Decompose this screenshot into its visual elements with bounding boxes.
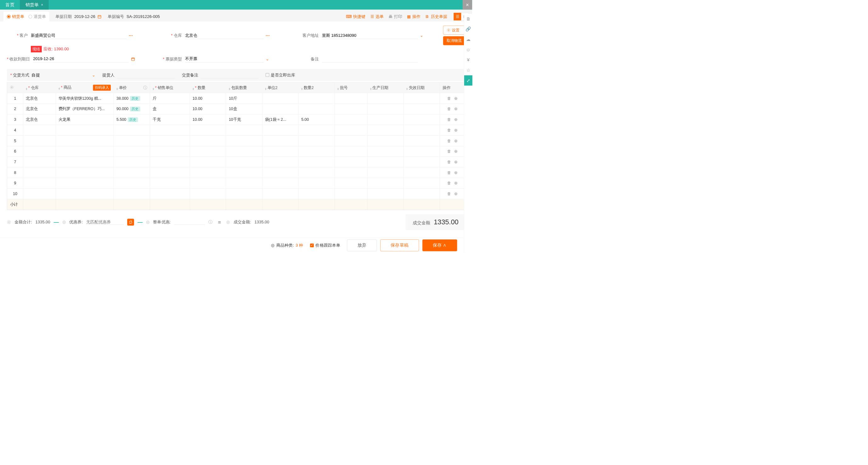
add-icon[interactable]: ⊕	[454, 128, 457, 132]
remark-input[interactable]	[322, 55, 418, 62]
track-price-checkbox[interactable]	[310, 244, 314, 247]
col-warehouse[interactable]: ▴▾*仓库	[23, 83, 56, 93]
radio-sale[interactable]: 销货单	[7, 14, 24, 19]
table-row[interactable]: 9 🗑⊕	[7, 178, 465, 188]
cancel-logistics-button[interactable]: 取消物流	[443, 36, 465, 45]
rail-price-icon[interactable]: ¥	[464, 55, 472, 65]
ship-now-checkbox[interactable]	[266, 73, 270, 77]
view-list-button[interactable]: ☰	[454, 13, 461, 21]
rail-expand-icon[interactable]: ⤢	[464, 75, 472, 86]
operate-button[interactable]: ▦操作	[407, 14, 421, 19]
save-button[interactable]: 保存 ∧	[422, 240, 457, 251]
rail-star-icon[interactable]: ☆	[464, 65, 472, 75]
coupon-input[interactable]	[86, 220, 124, 225]
chevron-down-icon[interactable]: ⌄	[266, 57, 269, 61]
rail-link-icon[interactable]: 🔗	[464, 24, 472, 34]
print-button[interactable]: 🖶打印	[389, 14, 402, 19]
col-price[interactable]: ▴▾单价ⓘ	[114, 83, 150, 93]
addr-input[interactable]	[322, 32, 418, 39]
delete-icon[interactable]: 🗑	[447, 96, 451, 101]
add-icon[interactable]: ⊕	[454, 149, 457, 154]
delivery-remark-input[interactable]	[200, 71, 259, 78]
col-qty2[interactable]: ▴▾数量2	[298, 83, 335, 93]
refresh-button[interactable]	[127, 219, 134, 225]
table-row[interactable]: 7 🗑⊕	[7, 157, 465, 167]
calendar-icon[interactable]	[131, 57, 135, 61]
col-actions: 操作	[440, 83, 465, 93]
table-row[interactable]: 2 北京仓费列罗（FERRERO）巧... 90.000历史 盒10.0010盒…	[7, 103, 465, 114]
chevron-down-icon[interactable]: ⌄	[92, 72, 95, 77]
pickup-input[interactable]	[117, 71, 175, 78]
doc-icon: 🗎	[425, 14, 429, 19]
rail-notes-icon[interactable]: 🗎	[464, 14, 472, 24]
table-row[interactable]: 10 🗑⊕	[7, 188, 465, 199]
add-icon[interactable]: ⊕	[454, 107, 457, 112]
add-icon[interactable]: ⊕	[454, 138, 457, 143]
chevron-down-icon[interactable]: ⌄	[420, 33, 423, 38]
yen-icon: ㊎	[7, 219, 11, 225]
col-qty[interactable]: ▴▾*数量	[190, 83, 226, 93]
delivery-method-input[interactable]	[31, 71, 90, 78]
close-icon[interactable]: ×	[41, 3, 43, 7]
delete-icon[interactable]: 🗑	[447, 160, 451, 164]
window-close-button[interactable]: ×	[463, 0, 472, 9]
delete-icon[interactable]: 🗑	[447, 138, 451, 143]
col-batch[interactable]: ▴▾批号	[335, 83, 367, 93]
order-discount-input[interactable]	[174, 220, 205, 225]
tab-home[interactable]: 首页	[0, 0, 20, 9]
add-icon[interactable]: ⊕	[454, 160, 457, 164]
table-row[interactable]: 8 🗑⊕	[7, 167, 465, 178]
rail-cloud-icon[interactable]: ☁	[464, 34, 472, 45]
settings-button[interactable]: 设置	[443, 26, 465, 35]
table-row[interactable]: 6 🗑⊕	[7, 146, 465, 157]
delete-icon[interactable]: 🗑	[447, 181, 451, 186]
help-icon[interactable]: ⓘ	[208, 219, 212, 225]
history-badge[interactable]: 历史	[128, 117, 138, 122]
col-settings[interactable]	[7, 83, 23, 93]
help-icon[interactable]: ⓘ	[143, 85, 147, 90]
remark-label: 备注	[298, 56, 322, 62]
radio-return[interactable]: 退货单	[28, 14, 45, 19]
due-date-input[interactable]	[33, 55, 129, 62]
col-pack[interactable]: ▴▾包装数量	[226, 83, 262, 93]
rail-user-icon[interactable]: ☺	[464, 44, 472, 55]
scan-button[interactable]: 扫码录入	[93, 85, 111, 91]
history-button[interactable]: 🗎历史单据	[425, 14, 447, 19]
delete-icon[interactable]: 🗑	[447, 128, 451, 132]
history-badge[interactable]: 历史	[130, 107, 141, 112]
delete-icon[interactable]: 🗑	[447, 117, 451, 122]
delete-icon[interactable]: 🗑	[447, 192, 451, 196]
add-icon[interactable]: ⊕	[454, 96, 457, 101]
save-draft-button[interactable]: 保存草稿	[380, 240, 419, 251]
table-row[interactable]: 4 🗑⊕	[7, 125, 465, 135]
discard-button[interactable]: 放弃	[347, 240, 377, 251]
add-icon[interactable]: ⊕	[454, 117, 457, 122]
tab-sales-order[interactable]: 销货单×	[20, 0, 49, 9]
col-exp-date[interactable]: ▴▾失效日期	[403, 83, 440, 93]
delete-icon[interactable]: 🗑	[447, 107, 451, 112]
warehouse-lookup-icon[interactable]: ⋯	[266, 33, 270, 38]
customer-lookup-icon[interactable]: ⋯	[129, 33, 133, 38]
table-row[interactable]: 3 北京仓火龙果 5.500历史 千克10.0010千克 袋(1袋 ≈ 2...…	[7, 114, 465, 125]
doc-date-value[interactable]: 2019-12-26	[74, 14, 95, 19]
col-prod-date[interactable]: ▴▾生产日期	[367, 83, 403, 93]
svg-rect-0	[98, 16, 101, 18]
svg-rect-2	[131, 58, 135, 61]
col-unit[interactable]: ▴▾*销售单位	[150, 83, 190, 93]
delete-icon[interactable]: 🗑	[447, 170, 451, 175]
shortcut-button[interactable]: ⌨快捷键	[346, 14, 366, 19]
calendar-icon[interactable]	[97, 14, 101, 19]
add-icon[interactable]: ⊕	[454, 170, 457, 175]
bill-type-input[interactable]	[185, 55, 264, 62]
add-icon[interactable]: ⊕	[454, 192, 457, 196]
warehouse-input[interactable]	[185, 32, 264, 39]
delete-icon[interactable]: 🗑	[447, 149, 451, 154]
col-product[interactable]: ▴▾*商品扫码录入	[56, 83, 114, 93]
table-row[interactable]: 5 🗑⊕	[7, 135, 465, 146]
history-badge[interactable]: 历史	[130, 96, 141, 101]
table-row[interactable]: 1 北京仓华美华夫软饼1200g 糕... 38.000历史 斤10.0010斤…	[7, 93, 465, 104]
add-icon[interactable]: ⊕	[454, 181, 457, 186]
col-unit2[interactable]: ▴▾单位2	[262, 83, 298, 93]
select-order-button[interactable]: ☰选单	[370, 14, 384, 19]
customer-input[interactable]	[31, 32, 127, 39]
